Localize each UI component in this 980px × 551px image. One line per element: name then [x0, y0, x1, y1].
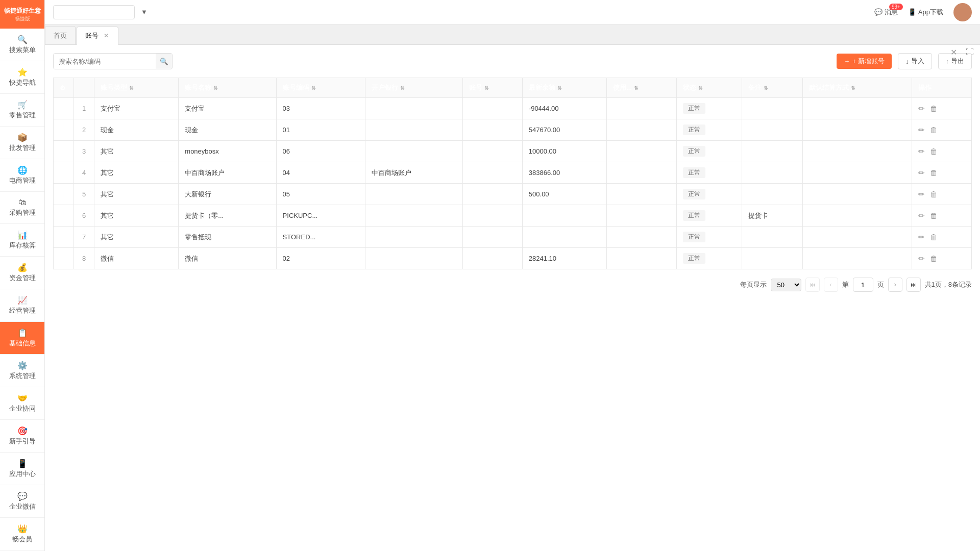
sidebar-item-vip-member[interactable]: 👑 畅会员: [0, 518, 44, 550]
edit-icon[interactable]: ✏: [918, 104, 925, 113]
col-account-code-label: 账号编码: [283, 84, 309, 91]
row-balance-cell: 383866.00: [522, 162, 606, 184]
top-dropdown[interactable]: ▼: [141, 8, 148, 16]
sidebar-item-search-menu[interactable]: 🔍 搜索菜单: [0, 29, 44, 61]
basic-info-icon: 📋: [2, 328, 42, 338]
delete-icon[interactable]: 🗑: [930, 168, 938, 177]
page-size-select[interactable]: 50 10 20 100: [771, 279, 801, 291]
action-icons: ✏ 🗑: [918, 211, 965, 220]
col-usage[interactable]: 使用...⇅: [607, 78, 677, 98]
first-page-button[interactable]: ⏮: [805, 278, 820, 292]
sidebar-item-quick-nav[interactable]: ⭐ 快捷导航: [0, 61, 44, 94]
sidebar-item-label-quick-nav: 快捷导航: [9, 79, 36, 86]
sidebar-item-new-guide[interactable]: 🎯 新手引导: [0, 420, 44, 453]
sidebar-item-system-mgmt[interactable]: ⚙️ 系统管理: [0, 355, 44, 387]
sidebar-item-label-purchase-mgmt: 采购管理: [9, 209, 36, 216]
page-prefix-label: 第: [842, 280, 849, 289]
sidebar-item-ecommerce-mgmt[interactable]: 🌐 电商管理: [0, 159, 44, 192]
row-action-cell: ✏ 🗑: [912, 248, 971, 269]
sidebar-item-business-mgmt[interactable]: 📈 经营管理: [0, 289, 44, 322]
row-balance-cell: [522, 205, 606, 227]
maximize-window-icon[interactable]: ⛶: [964, 46, 976, 58]
close-window-icon[interactable]: ✕: [947, 46, 960, 58]
edit-icon[interactable]: ✏: [918, 126, 925, 135]
last-page-button[interactable]: ⏭: [906, 278, 921, 292]
sidebar-item-enterprise-agreement[interactable]: 🤝 企业协同: [0, 387, 44, 420]
edit-icon[interactable]: ✏: [918, 254, 925, 263]
col-gear[interactable]: ⚙: [54, 78, 74, 98]
row-status-cell: 正常: [677, 205, 742, 227]
delete-icon[interactable]: 🗑: [930, 104, 938, 113]
edit-icon[interactable]: ✏: [918, 168, 925, 178]
sidebar-item-label-enterprise-agreement: 企业协同: [9, 405, 36, 412]
import-button[interactable]: ↓ 导入: [898, 53, 932, 69]
sort-usage-icon: ⇅: [634, 85, 638, 91]
sidebar-item-app-center[interactable]: 📱 应用中心: [0, 453, 44, 485]
top-search-input[interactable]: [53, 5, 135, 19]
col-account-type[interactable]: 账号类型⇅: [94, 78, 179, 98]
prev-page-button[interactable]: ‹: [824, 278, 838, 292]
status-badge: 正常: [683, 124, 705, 135]
sidebar-item-label-vip-member: 畅会员: [12, 535, 32, 543]
app-download-button[interactable]: 📱 App下载: [908, 8, 943, 17]
row-num-cell: 8: [74, 248, 94, 269]
delete-icon[interactable]: 🗑: [930, 254, 938, 263]
tab-account-close-icon[interactable]: ✕: [103, 31, 110, 40]
col-account-name[interactable]: 账号名称⇅: [179, 78, 276, 98]
sidebar-item-wholesale-mgmt[interactable]: 📦 批发管理: [0, 127, 44, 159]
edit-icon[interactable]: ✏: [918, 147, 925, 156]
action-icons: ✏ 🗑: [918, 190, 965, 199]
delete-icon[interactable]: 🗑: [930, 190, 938, 198]
status-badge: 正常: [683, 189, 705, 199]
user-avatar[interactable]: [953, 3, 972, 21]
messages-button[interactable]: 💬 消息 99+: [874, 8, 898, 17]
sidebar-item-enterprise-wechat[interactable]: 💬 企业微信: [0, 485, 44, 518]
col-status[interactable]: 状态⇅: [677, 78, 742, 98]
action-icons: ✏ 🗑: [918, 147, 965, 156]
business-mgmt-icon: 📈: [2, 295, 42, 305]
delete-icon[interactable]: 🗑: [930, 211, 938, 220]
search-button[interactable]: 🔍: [156, 54, 172, 69]
col-remark[interactable]: 备注⇅: [742, 78, 803, 98]
col-default-payment[interactable]: 默认结算方式⇅: [803, 78, 912, 98]
row-action-cell: ✏ 🗑: [912, 205, 971, 227]
delete-icon[interactable]: 🗑: [930, 126, 938, 134]
row-account-type-cell: 现金: [94, 119, 179, 141]
row-account-code-cell: PICKUPC...: [276, 205, 365, 227]
sidebar-item-finance-mgmt[interactable]: 💰 资金管理: [0, 257, 44, 289]
edit-icon[interactable]: ✏: [918, 211, 925, 220]
tab-account[interactable]: 账号 ✕: [77, 27, 118, 45]
col-account-no[interactable]: 账号⇅: [462, 78, 522, 98]
status-badge: 正常: [683, 210, 705, 221]
export-icon: ↑: [946, 58, 949, 65]
sidebar-item-inventory[interactable]: 📊 库存核算: [0, 224, 44, 257]
tab-home[interactable]: 首页: [45, 26, 76, 44]
edit-icon[interactable]: ✏: [918, 190, 925, 199]
sort-account-no-icon: ⇅: [484, 85, 488, 91]
row-account-no-cell: [462, 98, 522, 119]
status-badge: 正常: [683, 103, 705, 114]
row-gear-cell: [54, 184, 74, 205]
row-remark-cell: [742, 141, 803, 162]
col-bank[interactable]: 开户银行⇅: [365, 78, 462, 98]
col-account-code[interactable]: 账号编码⇅: [276, 78, 365, 98]
sidebar-item-label-business-mgmt: 经营管理: [9, 307, 36, 314]
col-status-label: 状态: [683, 84, 696, 91]
row-action-cell: ✏ 🗑: [912, 119, 971, 141]
current-page-input[interactable]: [853, 278, 873, 292]
edit-icon[interactable]: ✏: [918, 233, 925, 242]
sidebar-item-purchase-mgmt[interactable]: 🛍 采购管理: [0, 192, 44, 224]
sidebar-item-retail-mgmt[interactable]: 🛒 零售管理: [0, 94, 44, 127]
search-input[interactable]: [54, 54, 156, 69]
col-usage-label: 使用...: [613, 84, 632, 91]
next-page-button[interactable]: ›: [888, 278, 902, 292]
row-gear-cell: [54, 227, 74, 248]
delete-icon[interactable]: 🗑: [930, 233, 938, 241]
row-account-type-cell: 支付宝: [94, 98, 179, 119]
add-account-button[interactable]: ＋ + 新增账号: [837, 54, 892, 69]
row-balance-cell: 547670.00: [522, 119, 606, 141]
delete-icon[interactable]: 🗑: [930, 147, 938, 156]
sidebar-item-basic-info[interactable]: 📋 基础信息: [0, 322, 44, 355]
window-controls: ✕ ⛶: [947, 46, 976, 58]
col-balance[interactable]: 最新余额⇅: [522, 78, 606, 98]
